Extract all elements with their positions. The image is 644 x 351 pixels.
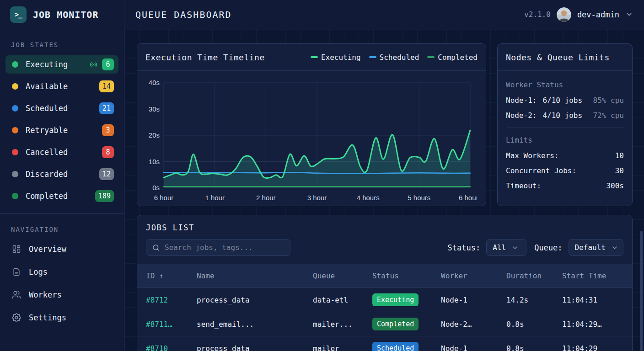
job-id-link[interactable]: #8712 bbox=[146, 296, 197, 304]
username: dev-admin bbox=[577, 10, 619, 19]
svg-text:40s: 40s bbox=[149, 79, 160, 86]
legend-swatch bbox=[311, 56, 318, 58]
search-input[interactable] bbox=[165, 243, 284, 252]
status-badge: Executing bbox=[372, 293, 419, 306]
filter-value: Default bbox=[575, 243, 606, 252]
sidebar-state-item[interactable]: Completed 189 bbox=[5, 187, 118, 205]
column-header[interactable]: Start Time bbox=[562, 271, 632, 280]
nav-label: Logs bbox=[29, 267, 48, 277]
sidebar-state-item[interactable]: Retryable 3 bbox=[5, 121, 118, 139]
count-badge: 6 bbox=[102, 58, 114, 70]
sidebar-state-item[interactable]: Available 14 bbox=[5, 77, 118, 96]
main-content: Execution Time Timeline Executing Schedu… bbox=[124, 29, 644, 351]
table-row[interactable]: #8712 process_data data-etl Executing No… bbox=[137, 287, 632, 312]
status-dot-icon bbox=[12, 61, 18, 68]
broadcast-icon bbox=[89, 60, 98, 69]
terminal-glyph: >_ bbox=[15, 11, 22, 19]
grid-icon bbox=[12, 245, 21, 254]
sidebar-state-item[interactable]: Scheduled 21 bbox=[5, 99, 118, 117]
sidebar-state-item[interactable]: Executing 6 bbox=[5, 55, 118, 74]
state-label: Available bbox=[26, 82, 68, 91]
nodes-panel-body: Worker Status Node-1: 6/10 jobs 85% cpu … bbox=[498, 71, 632, 206]
table-row[interactable]: #8710 process_data mailer Scheduled Node… bbox=[137, 336, 632, 351]
chart-legend: Executing Scheduled Completed bbox=[311, 53, 478, 62]
execution-timeline-panel: Execution Time Timeline Executing Schedu… bbox=[137, 43, 486, 206]
sidebar-state-item[interactable]: Discarded 12 bbox=[5, 165, 118, 183]
avatar[interactable] bbox=[557, 7, 571, 22]
sidebar-divider bbox=[0, 213, 124, 214]
job-queue: mailer... bbox=[313, 320, 372, 329]
legend-swatch bbox=[369, 56, 376, 58]
table-filter: Queue: Default bbox=[534, 239, 623, 256]
gear-icon bbox=[12, 313, 21, 322]
job-id-link[interactable]: #8711… bbox=[146, 320, 197, 329]
status-dot-icon bbox=[12, 83, 18, 90]
queue-select[interactable]: Default bbox=[569, 239, 623, 256]
sidebar-item-overview[interactable]: Overview bbox=[5, 240, 118, 258]
worker-status-row: Node-2: 4/10 jobs 72% cpu bbox=[506, 111, 624, 120]
table-row[interactable]: #8711… send_email... mailer... Completed… bbox=[137, 312, 632, 336]
legend-item[interactable]: Completed bbox=[427, 53, 478, 62]
sidebar-item-workers[interactable]: Workers bbox=[5, 286, 118, 304]
column-header[interactable]: Status bbox=[372, 271, 441, 280]
svg-text:30s: 30s bbox=[149, 105, 160, 113]
job-queue: mailer bbox=[313, 344, 372, 351]
status-dot-icon bbox=[12, 149, 18, 155]
legend-item[interactable]: Executing bbox=[311, 53, 361, 62]
limit-value: 10 bbox=[615, 151, 624, 160]
chevron-down-icon[interactable] bbox=[625, 11, 633, 18]
count-badge: 21 bbox=[99, 102, 114, 114]
worker-status-label: Worker Status bbox=[506, 80, 624, 89]
filters: Status: All Queue: Default bbox=[447, 239, 623, 256]
sidebar-item-logs[interactable]: Logs bbox=[5, 263, 118, 281]
limit-row: Max Workers: 10 bbox=[506, 151, 624, 160]
legend-label: Scheduled bbox=[380, 53, 419, 62]
count-badge: 12 bbox=[99, 168, 114, 180]
limit-value: 300s bbox=[606, 181, 624, 190]
nav-label: Overview bbox=[29, 245, 66, 254]
job-name: send_email... bbox=[197, 320, 313, 329]
legend-item[interactable]: Scheduled bbox=[369, 53, 419, 62]
svg-text:0s: 0s bbox=[152, 184, 160, 191]
worker-name: Node-2: bbox=[506, 111, 537, 120]
topbar-logo-area: >_ JOB MONITOR bbox=[0, 0, 124, 29]
jobs-toolbar: Status: All Queue: Default bbox=[146, 239, 623, 264]
legend-label: Executing bbox=[321, 53, 361, 62]
state-label: Retryable bbox=[26, 126, 68, 135]
jobs-list-panel: JOBS LIST Status: All Queue: Default bbox=[137, 215, 633, 351]
svg-text:5 hours: 5 hours bbox=[408, 194, 430, 202]
chart-title: Execution Time Timeline bbox=[145, 53, 265, 62]
count-badge: 8 bbox=[102, 146, 114, 158]
status-dot-icon bbox=[12, 127, 18, 133]
job-start-time: 11:04:31 bbox=[562, 296, 632, 304]
job-name: process_data bbox=[197, 296, 313, 304]
job-id-link[interactable]: #8710 bbox=[146, 344, 197, 351]
search-box bbox=[146, 239, 290, 256]
worker-status-row: Node-1: 6/10 jobs 85% cpu bbox=[506, 96, 624, 105]
jobs-table: ID ↑NameQueueStatusWorkerDurationStart T… bbox=[137, 264, 632, 351]
column-header[interactable]: Name bbox=[197, 271, 313, 280]
filter-label: Queue: bbox=[534, 243, 562, 252]
column-header[interactable]: ID ↑ bbox=[146, 271, 197, 280]
table-filter: Status: All bbox=[447, 239, 526, 256]
terminal-icon: >_ bbox=[10, 6, 27, 23]
limit-label: Timeout: bbox=[506, 181, 541, 190]
sidebar-state-item[interactable]: Cancelled 8 bbox=[5, 143, 118, 161]
sidebar-item-settings[interactable]: Settings bbox=[5, 308, 118, 327]
page-scrollbar[interactable] bbox=[640, 231, 643, 351]
job-worker: Node-1 bbox=[441, 296, 506, 304]
svg-text:6 hour: 6 hour bbox=[154, 194, 174, 202]
column-header[interactable]: Queue bbox=[313, 271, 372, 280]
job-states-section-label: JOB STATES bbox=[11, 41, 113, 48]
column-header[interactable]: Worker bbox=[441, 271, 506, 280]
status-select[interactable]: All bbox=[486, 239, 526, 256]
worker-name: Node-1: bbox=[506, 96, 537, 105]
limit-label: Max Workers: bbox=[506, 151, 559, 160]
users-icon bbox=[12, 290, 21, 299]
nav-label: Settings bbox=[29, 313, 66, 322]
job-duration: 0.8s bbox=[506, 344, 562, 351]
job-name: process_data bbox=[197, 344, 313, 351]
job-worker: Node-2… bbox=[441, 320, 506, 329]
limits-label: Limits bbox=[506, 136, 624, 144]
column-header[interactable]: Duration bbox=[506, 271, 562, 280]
